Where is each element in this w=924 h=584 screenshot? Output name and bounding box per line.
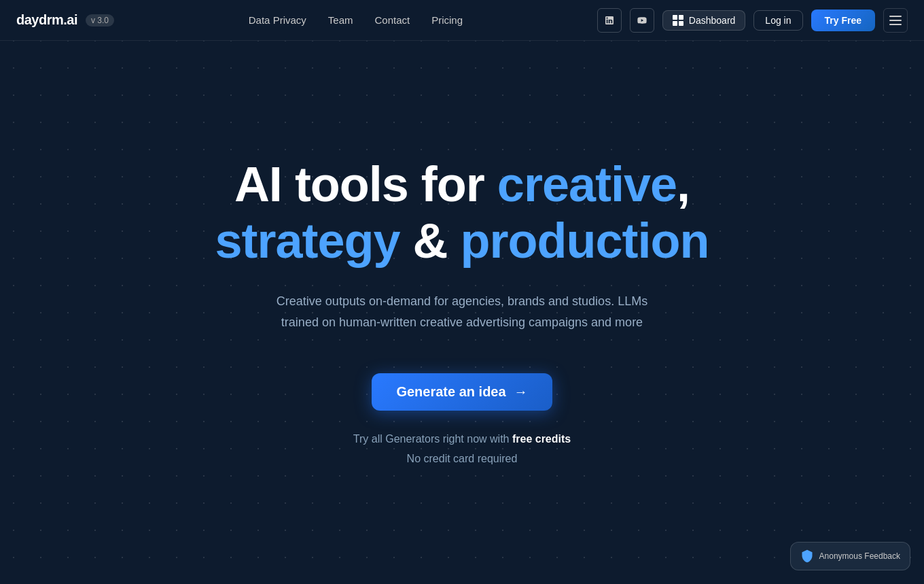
youtube-icon[interactable]: [630, 8, 654, 33]
hamburger-line-3: [889, 24, 902, 25]
anonymous-feedback-label: Anonymous Feedback: [819, 551, 900, 561]
site-logo[interactable]: daydrm.ai: [16, 12, 77, 28]
hero-title-part2: strategy: [215, 213, 399, 268]
navbar: daydrm.ai v 3.0 Data Privacy Team Contac…: [0, 0, 924, 41]
hero-title: AI tools for creative, strategy & produc…: [215, 156, 709, 269]
nav-link-pricing[interactable]: Pricing: [431, 14, 463, 26]
nav-link-team[interactable]: Team: [328, 14, 353, 26]
cta-sub-text1: Try all Generators right now with: [353, 433, 512, 445]
navbar-center: Data Privacy Team Contact Pricing: [249, 14, 463, 26]
cta-sub-text2: No credit card required: [353, 449, 571, 469]
version-badge: v 3.0: [86, 14, 114, 27]
hero-title-comma: ,: [677, 157, 690, 211]
arrow-right-icon: →: [514, 384, 528, 400]
hamburger-line-2: [889, 20, 902, 21]
generate-idea-button[interactable]: Generate an idea →: [372, 373, 552, 411]
anonymous-feedback-button[interactable]: Anonymous Feedback: [790, 542, 910, 570]
navbar-right: Dashboard Log in Try Free: [597, 8, 908, 33]
nav-link-contact[interactable]: Contact: [375, 14, 410, 26]
hero-title-part1: AI tools for: [234, 157, 497, 211]
dashboard-label: Dashboard: [689, 15, 736, 26]
hamburger-line-1: [889, 16, 902, 17]
dashboard-grid-icon: [673, 15, 683, 26]
hero-title-highlight1: creative: [497, 157, 677, 211]
login-button[interactable]: Log in: [753, 10, 802, 31]
hero-subtitle: Creative outputs on-demand for agencies,…: [272, 291, 652, 332]
navbar-left: daydrm.ai v 3.0: [16, 12, 114, 28]
cta-sub-bold: free credits: [512, 433, 571, 445]
linkedin-icon[interactable]: [597, 8, 622, 33]
dashboard-button[interactable]: Dashboard: [662, 10, 746, 31]
nav-link-data-privacy[interactable]: Data Privacy: [249, 14, 306, 26]
try-free-button[interactable]: Try Free: [811, 10, 875, 31]
hero-title-highlight2: production: [461, 213, 709, 268]
hero-section: AI tools for creative, strategy & produc…: [0, 41, 924, 557]
generate-idea-label: Generate an idea: [396, 384, 505, 400]
hamburger-menu-button[interactable]: [883, 8, 908, 33]
cta-subtext: Try all Generators right now with free c…: [353, 430, 571, 469]
shield-icon: [800, 549, 814, 563]
hero-title-part3: &: [400, 213, 461, 268]
